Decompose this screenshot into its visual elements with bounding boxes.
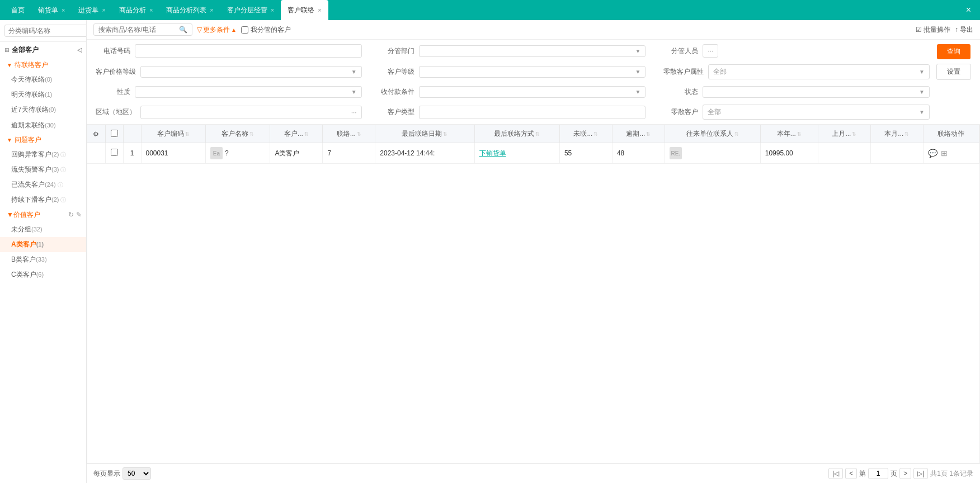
tab-sales-order-close[interactable]: × [62, 7, 65, 13]
filter-phone-field: 电话号码 [96, 44, 362, 58]
sidebar-item-declining[interactable]: 持续下滑客户(2)ⓘ [0, 192, 86, 207]
last-page-button[interactable]: ▷| [913, 468, 928, 479]
comment-action-icon[interactable]: 💬 [928, 149, 937, 158]
col-last-month[interactable]: 上月...⇅ [818, 125, 870, 143]
col-actions: 联络动作 [923, 125, 979, 143]
col-last-contact-method[interactable]: 最后联络方式⇅ [474, 125, 559, 143]
tab-product-analysis[interactable]: 商品分析 × [112, 0, 159, 20]
my-customers-checkbox[interactable] [241, 26, 248, 34]
filter-status-select[interactable]: ▼ [703, 86, 930, 98]
filter-price-grade-select[interactable]: ▼ [140, 66, 362, 78]
tab-customer-contact[interactable]: 客户联络 × [281, 0, 328, 20]
row-actions: 💬 ⊞ [923, 143, 979, 164]
page-number-input[interactable] [868, 468, 888, 479]
filter-search-input[interactable] [98, 26, 177, 34]
filter-customer-type-input[interactable] [419, 106, 646, 119]
filter-phone-input[interactable] [135, 44, 362, 58]
sidebar-item-today-contact[interactable]: 今天待联络(0) [0, 72, 86, 87]
filter-bar: 🔍 ▽ 更多条件 ▲ 我分管的客户 ☑ 批量操作 ↑ 导出 [87, 20, 980, 40]
next-page-button[interactable]: > [899, 468, 911, 479]
filter-dept-select[interactable]: ▼ [419, 45, 646, 57]
col-unit-contact[interactable]: 往来单位联系人⇅ [665, 125, 760, 143]
collapse-icon[interactable]: ◁ [77, 46, 82, 54]
filter-status-label: 状态 [663, 87, 703, 97]
query-button[interactable]: 查询 [937, 44, 970, 59]
filter-customer-grade-select[interactable]: ▼ [419, 66, 646, 78]
edit-icon[interactable]: ✎ [76, 211, 82, 219]
filter-retail-customer-select[interactable]: 全部 ▼ [703, 105, 930, 120]
table-row: 1 000031 Ea ? A类客户 7 2023-04-12 14:44: [87, 143, 979, 164]
warn-icon3: ⓘ [58, 182, 63, 188]
sort-icon-name: ⇅ [249, 131, 254, 137]
row-last-month [818, 143, 870, 164]
col-this-month[interactable]: 本月...⇅ [870, 125, 923, 143]
row-checkbox[interactable] [105, 143, 123, 164]
avatar: Ea [210, 147, 223, 159]
sidebar-problem-customers-group[interactable]: ▼ 问题客户 [0, 133, 86, 147]
tab-product-analysis-list-close[interactable]: × [210, 7, 213, 13]
sidebar-item-tomorrow-contact[interactable]: 明天待联络(1) [0, 87, 86, 102]
last-contact-method-link[interactable]: 下销货单 [479, 149, 506, 157]
row-select-checkbox[interactable] [111, 149, 118, 156]
filter-retail-attr-select[interactable]: 全部 ▼ [708, 64, 930, 79]
tab-customer-contact-close[interactable]: × [318, 7, 321, 13]
warn-icon2: ⓘ [60, 167, 66, 173]
col-customer-code[interactable]: 客户编码⇅ [141, 125, 205, 143]
close-all-tabs-button[interactable]: × [962, 5, 976, 15]
tab-home[interactable]: 首页 [4, 0, 31, 20]
sidebar-search-input[interactable] [4, 25, 87, 37]
col-gear[interactable]: ⚙ [87, 125, 105, 143]
tab-sales-order[interactable]: 销货单 × [31, 0, 72, 20]
sort-icon-overdue: ⇅ [646, 131, 651, 137]
sort-icon-year: ⇅ [797, 131, 802, 137]
sidebar-item-c-customers[interactable]: C类客户(6) [0, 267, 86, 282]
col-customer-type[interactable]: 客户...⇅ [270, 125, 323, 143]
col-this-year[interactable]: 本年...⇅ [760, 125, 818, 143]
sidebar-item-churn-warning[interactable]: 流失预警客户(3)ⓘ [0, 162, 86, 177]
row-last-contact-method: 下销货单 [474, 143, 559, 164]
col-not-contacted[interactable]: 未联...⇅ [559, 125, 612, 143]
sidebar: 🔍 ⊞ 全部客户 ◁ ▼ 待联络客户 今天待联络(0) 明天待联络(1) 近7天… [0, 20, 87, 483]
export-button[interactable]: ↑ 导出 [955, 25, 973, 35]
tab-purchase-order[interactable]: 进货单 × [72, 0, 112, 20]
tab-product-analysis-close[interactable]: × [149, 7, 153, 13]
sidebar-item-churned[interactable]: 已流失客户(24)ⓘ [0, 177, 86, 192]
col-customer-name[interactable]: 客户名称⇅ [205, 125, 270, 143]
grid-action-icon[interactable]: ⊞ [941, 149, 948, 158]
sidebar-item-a-customers[interactable]: A类客户(1) [0, 237, 86, 252]
refresh-icon[interactable]: ↻ [68, 211, 74, 219]
filter-region-ellipsis[interactable]: ··· [140, 106, 362, 119]
per-page-select[interactable]: 50 100 200 [123, 467, 151, 480]
sidebar-item-b-customers[interactable]: B类客户(33) [0, 252, 86, 267]
filter-nature-select[interactable]: ▼ [135, 86, 362, 98]
more-conditions-button[interactable]: ▽ 更多条件 ▲ [197, 25, 237, 35]
filter-search-icon[interactable]: 🔍 [179, 26, 187, 34]
col-contact-count[interactable]: 联络...⇅ [323, 125, 375, 143]
filter-payment-select[interactable]: ▼ [419, 86, 646, 98]
tab-purchase-order-close[interactable]: × [102, 7, 105, 13]
col-checkbox[interactable] [105, 125, 123, 143]
sidebar-item-ungrouped[interactable]: 未分组(32) [0, 222, 86, 237]
batch-operation-button[interactable]: ☑ 批量操作 [916, 25, 950, 35]
sidebar-value-customers-group[interactable]: ▼ 价值客户 ↻ ✎ [0, 208, 86, 222]
filter-person-ellipsis[interactable]: ··· [703, 44, 718, 58]
tab-customer-segment[interactable]: 客户分层经营 × [220, 0, 281, 20]
sidebar-item-abnormal-repurchase[interactable]: 回购异常客户(2)ⓘ [0, 147, 86, 162]
sidebar-pending-contact-group[interactable]: ▼ 待联络客户 [0, 58, 86, 72]
col-overdue[interactable]: 逾期...⇅ [612, 125, 665, 143]
sidebar-item-7days-contact[interactable]: 近7天待联络(0) [0, 102, 86, 117]
sidebar-all-customers[interactable]: ⊞ 全部客户 ◁ [0, 42, 86, 58]
tab-customer-contact-label: 客户联络 [288, 6, 314, 15]
tab-product-analysis-list[interactable]: 商品分析列表 × [159, 0, 220, 20]
select-all-checkbox[interactable] [111, 130, 118, 137]
first-page-button[interactable]: |◁ [828, 468, 843, 479]
tab-customer-segment-close[interactable]: × [271, 7, 274, 13]
sort-icon-contact: ⇅ [357, 131, 361, 137]
filter-retail-attr-field: 零散客户属性 全部 ▼ [663, 64, 930, 79]
filter-status-field: 状态 ▼ [663, 86, 930, 98]
filter-customer-type-field: 客户类型 [380, 106, 646, 119]
prev-page-button[interactable]: < [845, 468, 857, 479]
col-last-contact-date[interactable]: 最后联络日期⇅ [375, 125, 474, 143]
sidebar-item-overdue-contact[interactable]: 逾期未联络(30) [0, 118, 86, 133]
setting-button[interactable]: 设置 [936, 64, 971, 80]
